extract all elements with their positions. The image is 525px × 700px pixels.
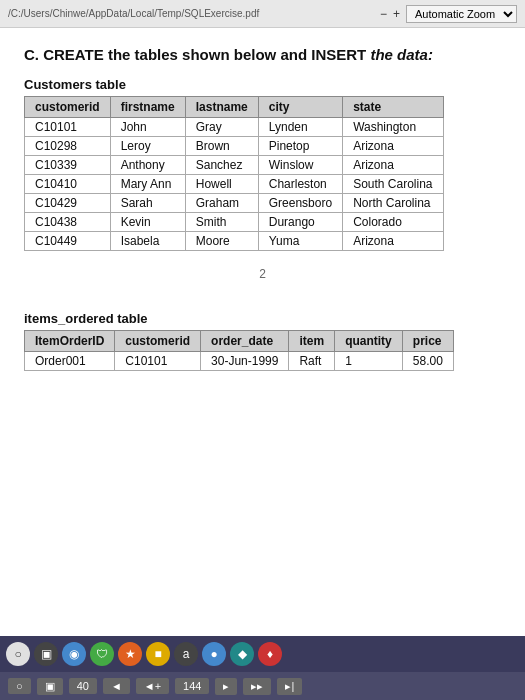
table-cell: Isabela xyxy=(110,232,185,251)
table-cell: Sanchez xyxy=(185,156,258,175)
items-table-section: items_ordered table ItemOrderID customer… xyxy=(24,311,501,371)
customers-table-label: Customers table xyxy=(24,77,501,92)
col-firstname: firstname xyxy=(110,97,185,118)
table-cell: Leroy xyxy=(110,137,185,156)
ctrl-btn-forward[interactable]: ◄+ xyxy=(136,678,169,694)
col-itemorderid: ItemOrderID xyxy=(25,331,115,352)
table-cell: C10429 xyxy=(25,194,111,213)
controls-bar: ○ ▣ 40 ◄ ◄+ 144 ▸ ▸▸ ▸| xyxy=(0,672,525,700)
table-cell: North Carolina xyxy=(343,194,443,213)
table-cell: Washington xyxy=(343,118,443,137)
customers-table: customerid firstname lastname city state… xyxy=(24,96,444,251)
table-row: C10339AnthonySanchezWinslowArizona xyxy=(25,156,444,175)
taskbar-icon-blue2[interactable]: ● xyxy=(202,642,226,666)
ctrl-btn-ff[interactable]: ▸▸ xyxy=(243,678,271,695)
table-cell: C10339 xyxy=(25,156,111,175)
table-cell: Lynden xyxy=(258,118,342,137)
col-order-date: order_date xyxy=(201,331,289,352)
file-path: /C:/Users/Chinwe/AppData/Local/Temp/SQLE… xyxy=(8,8,380,19)
table-cell: Winslow xyxy=(258,156,342,175)
document-area: C. CREATE the tables shown below and INS… xyxy=(0,28,525,636)
col-lastname: lastname xyxy=(185,97,258,118)
table-cell: C10410 xyxy=(25,175,111,194)
items-table: ItemOrderID customerid order_date item q… xyxy=(24,330,454,371)
table-cell: Howell xyxy=(185,175,258,194)
section-heading: C. CREATE the tables shown below and INS… xyxy=(24,46,501,63)
ctrl-btn-2[interactable]: ▣ xyxy=(37,678,63,695)
table-cell: Brown xyxy=(185,137,258,156)
col-city: city xyxy=(258,97,342,118)
items-table-label: items_ordered table xyxy=(24,311,501,326)
table-cell: Gray xyxy=(185,118,258,137)
table-cell: 1 xyxy=(335,352,403,371)
taskbar-icon-media[interactable]: ▣ xyxy=(34,642,58,666)
ctrl-btn-1[interactable]: ○ xyxy=(8,678,31,694)
taskbar: ○ ▣ ◉ 🛡 ★ ■ a ● ◆ ♦ xyxy=(0,636,525,672)
table-cell: C10449 xyxy=(25,232,111,251)
col-quantity: quantity xyxy=(335,331,403,352)
customers-header-row: customerid firstname lastname city state xyxy=(25,97,444,118)
table-row: Order001C1010130-Jun-1999Raft158.00 xyxy=(25,352,454,371)
ctrl-btn-end[interactable]: ▸| xyxy=(277,678,302,695)
taskbar-icon-teal[interactable]: ◆ xyxy=(230,642,254,666)
table-row: C10298LeroyBrownPinetopArizona xyxy=(25,137,444,156)
ctrl-btn-play[interactable]: ▸ xyxy=(215,678,237,695)
table-cell: Order001 xyxy=(25,352,115,371)
table-cell: Yuma xyxy=(258,232,342,251)
ctrl-btn-back[interactable]: ◄ xyxy=(103,678,130,694)
table-cell: Kevin xyxy=(110,213,185,232)
table-cell: Anthony xyxy=(110,156,185,175)
ctrl-btn-40[interactable]: 40 xyxy=(69,678,97,694)
taskbar-icon-browser[interactable]: ◉ xyxy=(62,642,86,666)
table-cell: C10298 xyxy=(25,137,111,156)
taskbar-icon-circle[interactable]: ○ xyxy=(6,642,30,666)
zoom-minus-button[interactable]: − xyxy=(380,7,387,21)
taskbar-icon-shield[interactable]: 🛡 xyxy=(90,642,114,666)
table-cell: Charleston xyxy=(258,175,342,194)
table-cell: Arizona xyxy=(343,137,443,156)
table-cell: Colorado xyxy=(343,213,443,232)
table-cell: Graham xyxy=(185,194,258,213)
table-row: C10449IsabelaMooreYumaArizona xyxy=(25,232,444,251)
table-cell: John xyxy=(110,118,185,137)
table-cell: Moore xyxy=(185,232,258,251)
table-row: C10101JohnGrayLyndenWashington xyxy=(25,118,444,137)
zoom-plus-button[interactable]: + xyxy=(393,7,400,21)
title-bar: /C:/Users/Chinwe/AppData/Local/Temp/SQLE… xyxy=(0,0,525,28)
table-cell: C10438 xyxy=(25,213,111,232)
table-cell: 30-Jun-1999 xyxy=(201,352,289,371)
table-row: C10429SarahGrahamGreensboroNorth Carolin… xyxy=(25,194,444,213)
taskbar-icon-a[interactable]: a xyxy=(174,642,198,666)
zoom-select[interactable]: Automatic Zoom xyxy=(406,5,517,23)
col-items-customerid: customerid xyxy=(115,331,201,352)
table-cell: C10101 xyxy=(25,118,111,137)
table-cell: Mary Ann xyxy=(110,175,185,194)
col-price: price xyxy=(402,331,453,352)
table-cell: Pinetop xyxy=(258,137,342,156)
taskbar-icon-app[interactable]: ■ xyxy=(146,642,170,666)
table-cell: Raft xyxy=(289,352,335,371)
table-cell: South Carolina xyxy=(343,175,443,194)
col-customerid: customerid xyxy=(25,97,111,118)
taskbar-icon-star[interactable]: ★ xyxy=(118,642,142,666)
table-row: C10438KevinSmithDurangoColorado xyxy=(25,213,444,232)
table-cell: Arizona xyxy=(343,156,443,175)
table-cell: C10101 xyxy=(115,352,201,371)
ctrl-btn-144[interactable]: 144 xyxy=(175,678,209,694)
table-cell: Greensboro xyxy=(258,194,342,213)
taskbar-icon-red[interactable]: ♦ xyxy=(258,642,282,666)
table-cell: Smith xyxy=(185,213,258,232)
col-item: item xyxy=(289,331,335,352)
table-cell: Durango xyxy=(258,213,342,232)
items-header-row: ItemOrderID customerid order_date item q… xyxy=(25,331,454,352)
col-state: state xyxy=(343,97,443,118)
table-cell: Arizona xyxy=(343,232,443,251)
table-row: C10410Mary AnnHowellCharlestonSouth Caro… xyxy=(25,175,444,194)
page-number: 2 xyxy=(24,267,501,281)
title-bar-controls: − + Automatic Zoom xyxy=(380,5,517,23)
table-cell: Sarah xyxy=(110,194,185,213)
table-cell: 58.00 xyxy=(402,352,453,371)
